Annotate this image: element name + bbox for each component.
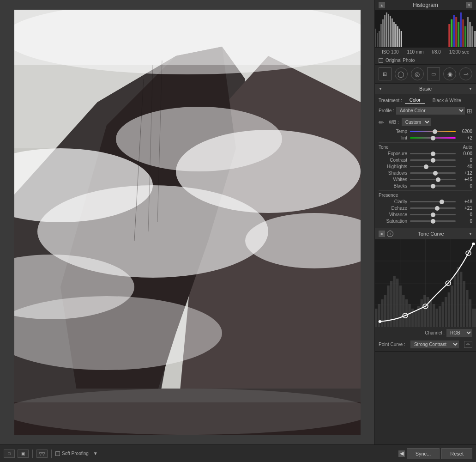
svg-rect-21: [377, 33, 378, 47]
svg-rect-83: [463, 281, 465, 327]
tool-radial[interactable]: ◉: [443, 67, 456, 80]
svg-rect-79: [451, 286, 453, 327]
svg-rect-36: [451, 19, 452, 47]
temp-track[interactable]: [410, 131, 456, 132]
shadows-value: +12: [458, 170, 472, 176]
channel-select[interactable]: RGB Red Green Blue: [446, 329, 472, 337]
svg-rect-72: [429, 299, 432, 327]
treatment-row: Treatment : Color Black & White: [379, 97, 472, 104]
original-photo-label: Original Photo: [386, 58, 415, 63]
contrast-thumb[interactable]: [431, 158, 435, 163]
tool-circle[interactable]: ◯: [395, 67, 408, 80]
histogram-collapse-btn[interactable]: ▲: [379, 2, 385, 8]
temp-thumb[interactable]: [433, 129, 437, 134]
tint-slider-row: Tint +2: [379, 135, 472, 140]
highlights-value: -40: [458, 164, 472, 169]
svg-rect-40: [460, 12, 462, 47]
tools-row: ⊞ ◯ ◎ ▭ ◉ ⊸: [375, 65, 476, 84]
dehaze-track[interactable]: [410, 207, 456, 209]
profile-label: Profile :: [379, 108, 394, 113]
treatment-label: Treatment :: [379, 98, 402, 103]
photo-area: [0, 0, 374, 444]
shadows-thumb[interactable]: [433, 171, 438, 176]
tone-curve-collapse[interactable]: ■: [379, 231, 385, 237]
tone-label: Tone: [379, 145, 389, 150]
exposure-track[interactable]: [410, 153, 456, 154]
svg-rect-77: [445, 297, 447, 327]
svg-rect-55: [378, 304, 380, 327]
tint-thumb[interactable]: [431, 136, 435, 140]
blacks-thumb[interactable]: [431, 184, 435, 188]
histogram-expand-btn[interactable]: ▼: [466, 2, 472, 8]
tint-track[interactable]: [410, 137, 456, 139]
svg-rect-75: [439, 306, 441, 327]
wb-select[interactable]: Custom: [402, 118, 431, 126]
histogram-canvas: [375, 10, 476, 47]
point-curve-row: Point Curve : Strong Contrast Linear Med…: [375, 339, 476, 351]
svg-rect-85: [469, 299, 471, 327]
svg-rect-24: [382, 19, 384, 47]
clarity-thumb[interactable]: [440, 200, 444, 204]
tool-target[interactable]: ◎: [411, 67, 424, 80]
bw-btn[interactable]: Black & White: [428, 97, 466, 104]
shadows-slider-row: Shadows +12: [379, 170, 472, 176]
view-single-btn[interactable]: □: [4, 450, 15, 458]
whites-thumb[interactable]: [436, 177, 440, 182]
flag-btn[interactable]: ▽▽: [36, 450, 48, 458]
dehaze-thumb[interactable]: [435, 206, 440, 211]
svg-rect-57: [384, 295, 386, 327]
svg-rect-30: [393, 22, 395, 47]
sync-btn[interactable]: Sync...: [407, 448, 440, 459]
saturation-track[interactable]: [410, 220, 456, 222]
curve-edit-btn[interactable]: ✏: [464, 341, 472, 348]
svg-rect-27: [388, 14, 389, 47]
tone-curve-header[interactable]: ■ i Tone Curve ▼: [375, 228, 476, 239]
highlights-track[interactable]: [410, 166, 456, 167]
tone-curve-canvas: [375, 239, 476, 327]
whites-track[interactable]: [410, 179, 456, 180]
tool-grid[interactable]: ⊞: [379, 67, 392, 80]
contrast-label: Contrast: [379, 158, 407, 163]
blacks-track[interactable]: [410, 185, 456, 187]
panel-left-btn[interactable]: ◀: [398, 450, 405, 457]
contrast-track[interactable]: [410, 159, 456, 161]
highlights-label: Highlights: [379, 164, 407, 169]
tone-auto-btn[interactable]: Auto: [463, 145, 472, 150]
original-photo-checkbox[interactable]: [379, 58, 383, 63]
exposure-label: Exposure: [379, 151, 407, 156]
svg-point-91: [379, 320, 382, 323]
whites-slider-row: Whites +45: [379, 177, 472, 182]
bottom-left: □ ▣ ▽▽ Soft Proofing ▼: [4, 450, 98, 458]
basic-panel-header[interactable]: ▼ Basic ▼: [375, 84, 476, 94]
svg-rect-20: [375, 29, 376, 47]
saturation-thumb[interactable]: [431, 219, 435, 224]
reset-btn[interactable]: Reset: [441, 448, 472, 459]
point-curve-select[interactable]: Strong Contrast Linear Medium Contrast: [410, 340, 459, 348]
soft-proofing-checkbox[interactable]: [55, 451, 60, 456]
svg-point-13: [14, 10, 361, 74]
vibrance-label: Vibrance: [379, 212, 407, 217]
vibrance-track[interactable]: [410, 214, 456, 215]
svg-rect-62: [399, 286, 402, 327]
shadows-track[interactable]: [410, 172, 456, 174]
temp-value: 6200: [458, 129, 472, 134]
tool-adjustment[interactable]: ⊸: [459, 67, 472, 80]
exposure-slider-row: Exposure 0.00: [379, 151, 472, 156]
svg-point-19: [14, 389, 361, 435]
tool-rect[interactable]: ▭: [427, 67, 440, 80]
clarity-track[interactable]: [410, 201, 456, 202]
svg-rect-81: [457, 267, 459, 327]
vibrance-slider-row: Vibrance 0: [379, 212, 472, 217]
channel-label: Channel :: [425, 330, 445, 335]
svg-rect-44: [469, 22, 471, 47]
profile-select[interactable]: Adobe Color: [396, 107, 465, 115]
eyedropper-icon[interactable]: ✏: [379, 119, 384, 126]
exposure-thumb[interactable]: [431, 152, 435, 156]
view-compare-btn[interactable]: ▣: [18, 450, 29, 458]
highlights-thumb[interactable]: [424, 164, 428, 169]
vibrance-thumb[interactable]: [431, 213, 435, 217]
svg-rect-84: [466, 290, 468, 327]
histogram-label: Histogram: [413, 2, 438, 8]
svg-rect-39: [458, 22, 459, 47]
color-btn[interactable]: Color: [405, 97, 425, 104]
